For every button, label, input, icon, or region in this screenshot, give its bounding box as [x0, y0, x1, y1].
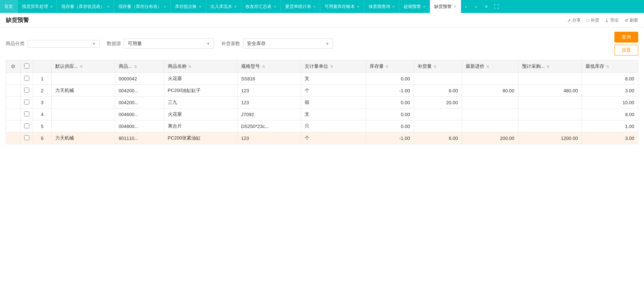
tab-expiry[interactable]: 保质期查询 × [364, 0, 399, 13]
col-unit: 主计量单位 ⇅ [301, 60, 366, 73]
row-stock-cell: 0.00 [366, 120, 414, 132]
row-checkbox[interactable] [24, 76, 29, 81]
tab-available[interactable]: 可用量库存账本 × [320, 0, 364, 13]
tab-shortage-close[interactable]: × [454, 5, 456, 9]
commodity-class-filter: 商品分类 ▼ [6, 40, 100, 48]
tab-stock-status-close[interactable]: × [107, 5, 109, 9]
tab-prev-btn[interactable]: ‹ [461, 0, 471, 13]
col-min-stock-sort-icon[interactable]: ⇅ [606, 65, 609, 69]
row-checkbox[interactable] [24, 135, 29, 140]
col-stock-sort-icon[interactable]: ⇅ [386, 65, 388, 69]
refresh-button[interactable]: ↺ 刷新 [625, 17, 638, 23]
row-est-purchase-cell: 1200.00 [518, 132, 582, 144]
select-all-checkbox[interactable] [24, 63, 29, 69]
row-supplier-cell [51, 97, 115, 109]
row-num-cell: 3 [33, 97, 52, 109]
row-spec-cell: SS816 [237, 73, 301, 85]
data-source-filter: 数据源 可用量 ▼ [107, 39, 214, 49]
row-checkbox[interactable] [24, 123, 29, 128]
tab-summary-close[interactable]: × [274, 5, 276, 9]
col-replenish-sort-icon[interactable]: ⇅ [434, 65, 436, 69]
share-button[interactable]: ↗ 分享 [567, 17, 581, 23]
col-supplier-sort-icon[interactable]: ⇅ [80, 65, 83, 69]
tab-batch-account[interactable]: 库存批次账 × [171, 0, 206, 13]
row-min-stock-cell: 1.00 [582, 120, 638, 132]
column-settings-icon[interactable]: ⚙ [11, 63, 16, 69]
tab-stock-status[interactable]: 现存量（库存状况表） × [57, 0, 114, 13]
row-checkbox[interactable] [24, 100, 29, 105]
col-name: 商品名称 ⇅ [164, 60, 237, 73]
row-check-cell [21, 109, 33, 120]
query-button[interactable]: 查询 [614, 32, 638, 43]
row-min-stock-cell: 10.00 [582, 97, 638, 109]
table-container: ⚙ 默认供应... ⇅ 商品... ⇅ 商品名称 [0, 60, 644, 287]
export-button[interactable]: ⤓ 导出 [605, 17, 619, 23]
tab-stock-dist[interactable]: 现存量（库存分布表） × [114, 0, 171, 13]
row-latest-price-cell [462, 109, 518, 120]
settings-button[interactable]: 设置 [614, 45, 638, 56]
col-code-sort-icon[interactable]: ⇅ [134, 65, 137, 69]
tab-batch-close[interactable]: × [199, 5, 201, 9]
table-row: 1 0000042 火花塞 SS816 支 0.00 8.00 [6, 73, 638, 85]
row-supplier-cell: 力天机械 [51, 85, 115, 97]
tab-expiry-close[interactable]: × [392, 5, 395, 9]
row-min-stock-cell: 3.00 [582, 132, 638, 144]
row-checkbox[interactable] [24, 111, 29, 116]
row-stock-cell: 0.00 [366, 97, 414, 109]
tab-home[interactable]: 首页 [0, 0, 18, 13]
row-latest-price-cell [462, 73, 518, 85]
row-spec-cell: J7092 [237, 109, 301, 120]
col-latest-price: 最新进价 ⇅ [462, 60, 518, 73]
tab-shortage-label: 缺货预警 [434, 4, 452, 10]
tab-summary[interactable]: 收发存汇总表 × [241, 0, 280, 13]
row-gear-cell [6, 85, 21, 97]
tab-demand-close[interactable]: × [313, 5, 316, 9]
tab-available-close[interactable]: × [357, 5, 359, 9]
tab-picking-close[interactable]: × [50, 5, 52, 9]
commodity-class-select[interactable]: ▼ [27, 40, 100, 48]
row-name-cell: 离合片 [164, 120, 237, 132]
row-spec-cell: 123 [237, 85, 301, 97]
tab-fullscreen-btn[interactable]: ⛶ [491, 0, 501, 13]
row-code-cell: 004600... [115, 109, 164, 120]
col-est-purchase-sort-icon[interactable]: ⇅ [547, 65, 549, 69]
tab-overstock-close[interactable]: × [423, 5, 425, 9]
data-source-label: 数据源 [107, 40, 121, 47]
tab-shortage[interactable]: 缺货预警 × [430, 0, 461, 13]
row-replenish-cell: 20.00 [414, 97, 462, 109]
row-checkbox[interactable] [24, 88, 29, 93]
col-spec-sort-icon[interactable]: ⇅ [262, 65, 265, 69]
tab-batch-label: 库存批次账 [175, 4, 197, 10]
table-row: 4 004600... 火花塞 J7092 支 0.00 8.00 [6, 109, 638, 120]
row-replenish-cell: 6.00 [414, 85, 462, 97]
col-num [33, 60, 52, 73]
row-stock-cell: 0.00 [366, 73, 414, 85]
data-source-select[interactable]: 可用量 ▼ [124, 39, 214, 49]
row-replenish-cell [414, 120, 462, 132]
tab-close-all-btn[interactable]: × [481, 0, 491, 13]
tab-picking-exception[interactable]: 拣货异常处理 × [18, 0, 57, 13]
row-num-cell: 2 [33, 85, 52, 97]
row-code-cell: 801110... [115, 132, 164, 144]
replenish-button[interactable]: □ 补货 [587, 17, 599, 23]
col-latest-price-sort-icon[interactable]: ⇅ [486, 65, 489, 69]
tab-picking-label: 拣货异常处理 [22, 4, 48, 10]
col-unit-sort-icon[interactable]: ⇅ [330, 65, 333, 69]
tab-stock-dist-close[interactable]: × [164, 5, 166, 9]
col-name-sort-icon[interactable]: ⇅ [188, 65, 191, 69]
filter-right-buttons: 查询 设置 [614, 32, 638, 56]
replenish-base-arrow-icon: ▼ [326, 42, 329, 46]
row-num-cell: 6 [33, 132, 52, 144]
replenish-base-select[interactable]: 安全库存 ▼ [243, 39, 333, 49]
tab-inout-flow[interactable]: 出入库流水 × [206, 0, 241, 13]
row-gear-cell [6, 73, 21, 85]
col-unit-label: 主计量单位 [305, 63, 328, 69]
tab-inout-close[interactable]: × [234, 5, 236, 9]
row-unit-cell: 个 [301, 132, 366, 144]
main-content: 缺货预警 ↗ 分享 □ 补货 ⤓ 导出 ↺ 刷新 商品分类 [0, 13, 644, 287]
tab-overstock[interactable]: 超储预警 × [399, 0, 430, 13]
tab-demand[interactable]: 要货单统计表 × [281, 0, 320, 13]
tab-next-btn[interactable]: › [471, 0, 481, 13]
data-source-arrow-icon: ▼ [206, 42, 210, 46]
replenish-icon: □ [587, 18, 589, 23]
